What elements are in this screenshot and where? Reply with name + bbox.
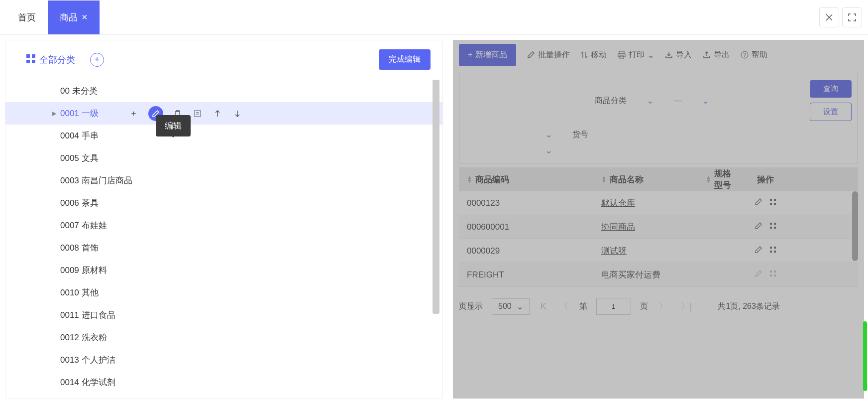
cell-name[interactable]: 电商买家付运费 xyxy=(593,269,698,280)
batch-op-label: 批量操作 xyxy=(538,50,570,60)
cell-op xyxy=(743,246,788,256)
page-prev-icon[interactable]: 〈 xyxy=(557,300,570,312)
cell-code: 0000123 xyxy=(459,198,593,208)
page-input[interactable] xyxy=(596,298,631,315)
tab-product-label: 商品 xyxy=(60,11,78,23)
edit-icon[interactable] xyxy=(755,198,762,208)
tree-item[interactable]: 0004 手串 xyxy=(48,125,442,147)
tree-item-label: 0007 布娃娃 xyxy=(60,220,107,231)
tree-item[interactable]: 0010 其他 xyxy=(48,281,442,304)
cell-op xyxy=(743,270,788,280)
add-child-icon[interactable]: + xyxy=(128,108,139,119)
more-icon[interactable] xyxy=(769,222,776,232)
svg-rect-14 xyxy=(770,223,772,225)
query-button[interactable]: 查询 xyxy=(810,80,852,98)
tree-item[interactable]: 00 未分类 xyxy=(48,80,442,102)
sort-icon: ▲▼ xyxy=(601,176,607,183)
table-scrollbar-thumb[interactable] xyxy=(852,191,858,261)
rename-icon[interactable] xyxy=(192,108,203,119)
print-button[interactable]: 打印 ⌄ xyxy=(618,50,654,60)
tree-item-label: 0009 原材料 xyxy=(60,265,107,276)
help-button[interactable]: ? 帮助 xyxy=(741,50,767,60)
finish-edit-button[interactable]: 完成编辑 xyxy=(379,49,431,70)
tree-item[interactable]: 0012 洗衣粉 xyxy=(48,326,442,349)
more-icon[interactable] xyxy=(769,246,776,256)
page-first-icon[interactable]: K xyxy=(539,301,548,312)
table-row[interactable]: FREIGHT电商买家付运费 xyxy=(459,263,858,287)
print-label: 打印 xyxy=(629,50,645,60)
cell-name[interactable]: 测试呀 xyxy=(593,245,698,257)
import-label: 导入 xyxy=(676,50,692,60)
move-icon xyxy=(581,51,588,59)
add-category-button[interactable]: + xyxy=(90,53,104,67)
move-up-icon[interactable] xyxy=(212,108,223,119)
fullscreen-icon[interactable] xyxy=(842,7,862,27)
tree-item-label: 0006 茶具 xyxy=(60,197,99,209)
table-row[interactable]: 000600001协同商品 xyxy=(459,215,858,239)
print-icon xyxy=(618,51,626,59)
cell-op xyxy=(743,198,788,208)
move-label: 移动 xyxy=(591,50,607,60)
sort-icon: ▲▼ xyxy=(467,176,472,183)
tree-item[interactable]: 0009 原材料 xyxy=(48,259,442,281)
scrollbar-vertical[interactable] xyxy=(433,80,439,399)
cell-code: 000600001 xyxy=(459,222,593,232)
category-tree: 00 未分类▸0001 一级+0004 手串0005 文具0003 南昌门店商品… xyxy=(5,80,442,394)
th-name[interactable]: ▲▼ 商品名称 xyxy=(593,174,698,185)
add-product-button[interactable]: + 新增商品 xyxy=(459,44,516,66)
panel-title: 全部分类 xyxy=(39,54,75,66)
cell-name[interactable]: 协同商品 xyxy=(593,221,698,233)
svg-rect-23 xyxy=(774,271,776,272)
chevron-down-icon[interactable]: ⌄ xyxy=(545,129,552,140)
table-row[interactable]: 0000029测试呀 xyxy=(459,239,858,263)
setting-button[interactable]: 设置 xyxy=(810,103,852,121)
edit-icon xyxy=(527,51,535,59)
move-down-icon[interactable] xyxy=(232,108,243,119)
tree-item[interactable]: 0003 南昌门店商品 xyxy=(48,169,442,192)
export-button[interactable]: 导出 xyxy=(703,50,730,60)
import-button[interactable]: 导入 xyxy=(665,50,692,60)
tree-item[interactable]: 0008 首饰 xyxy=(48,237,442,259)
tree-item[interactable]: ▸0001 一级+ xyxy=(5,102,442,125)
chevron-down-icon: ⌄ xyxy=(517,302,523,311)
more-icon[interactable] xyxy=(769,270,776,280)
edit-icon[interactable] xyxy=(755,222,762,232)
filter-sku-label: 货号 xyxy=(572,130,588,140)
cell-name[interactable]: 默认仓库 xyxy=(593,197,698,209)
tree-item[interactable]: 0005 文具 xyxy=(48,147,442,169)
tree-item-label: 0001 一级 xyxy=(60,108,99,119)
scrollbar-thumb[interactable] xyxy=(433,80,439,314)
th-spec[interactable]: ▲▼ 规格型号 xyxy=(698,168,743,191)
th-code[interactable]: ▲▼ 商品编码 xyxy=(459,174,593,185)
close-icon[interactable]: × xyxy=(82,11,88,23)
filter-category-label: 商品分类 xyxy=(595,96,627,106)
page-last-icon[interactable]: 〉| xyxy=(679,300,694,312)
move-button[interactable]: 移动 xyxy=(581,50,607,60)
chevron-down-icon[interactable]: ⌄ xyxy=(545,145,552,156)
svg-rect-1 xyxy=(32,54,35,58)
edit-tooltip: 编辑 xyxy=(156,115,191,136)
tree-item[interactable]: 0013 个人护洁 xyxy=(48,349,442,371)
tab-product[interactable]: 商品 × xyxy=(48,0,100,34)
chevron-down-icon[interactable]: ⌄ xyxy=(702,95,709,106)
product-main-area: + 新增商品 批量操作 移动 打印 ⌄ 导入 xyxy=(453,40,864,399)
batch-op-button[interactable]: 批量操作 xyxy=(527,50,570,60)
more-icon[interactable] xyxy=(769,198,776,208)
range-dash: — xyxy=(674,96,682,105)
tree-item[interactable]: 0007 布娃娃 xyxy=(48,214,442,237)
page-next-icon[interactable]: 〉 xyxy=(657,300,670,312)
edit-icon[interactable] xyxy=(755,246,762,256)
tree-item[interactable]: 0006 茶具 xyxy=(48,192,442,214)
tree-item[interactable]: 0014 化学试剂 xyxy=(48,371,442,394)
svg-rect-21 xyxy=(774,251,776,253)
per-page-select[interactable]: 500 ⌄ xyxy=(492,298,530,315)
table-row[interactable]: 0000123默认仓库 xyxy=(459,191,858,215)
tree-item-label: 0013 个人护洁 xyxy=(60,354,115,366)
chevron-down-icon[interactable]: ⌄ xyxy=(647,95,654,106)
page-word: 第 xyxy=(579,301,587,312)
tree-item[interactable]: 0011 进口食品 xyxy=(48,304,442,326)
close-all-icon[interactable] xyxy=(819,7,839,27)
svg-rect-22 xyxy=(770,271,772,272)
tab-home[interactable]: 首页 xyxy=(6,0,48,34)
cell-code: FREIGHT xyxy=(459,270,593,280)
